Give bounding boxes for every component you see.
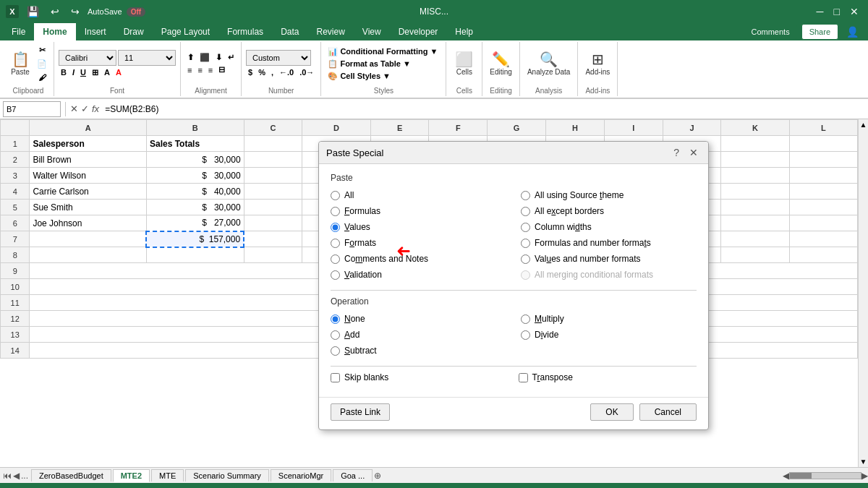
operation-radio-none[interactable] <box>331 314 340 324</box>
transpose-checkbox[interactable]: Transpose <box>519 372 573 382</box>
operation-radio-multiply[interactable] <box>521 314 530 324</box>
paste-radio-comments-notes[interactable] <box>331 254 340 264</box>
dialog-overlay: Paste Special ? ✕ Paste All All using S <box>0 0 868 488</box>
operation-radio-divide[interactable] <box>521 330 530 340</box>
divider2 <box>331 366 697 367</box>
paste-option-values-number-formats[interactable]: Values and number formats <box>521 252 697 265</box>
divider <box>331 290 697 291</box>
operation-radio-subtract[interactable] <box>331 346 340 356</box>
dialog-close-btn[interactable]: ✕ <box>686 146 701 159</box>
operation-options-grid: None Multiply Add Divide Subtract <box>331 312 697 357</box>
cancel-button[interactable]: Cancel <box>639 403 697 421</box>
operation-radio-add[interactable] <box>331 330 340 340</box>
operation-option-multiply[interactable]: Multiply <box>521 312 697 325</box>
skip-blanks-label: Skip blanks <box>344 372 388 382</box>
transpose-input[interactable] <box>519 373 528 382</box>
transpose-label: Transpose <box>532 372 573 382</box>
dialog-body: Paste All All using Source theme Formula… <box>319 164 708 397</box>
operation-option-add[interactable]: Add <box>331 328 506 341</box>
paste-radio-all-merging <box>521 270 530 280</box>
paste-radio-formulas[interactable] <box>331 207 340 216</box>
paste-option-all-source-theme[interactable]: All using Source theme <box>521 189 697 202</box>
operation-option-subtract[interactable]: Subtract <box>331 344 506 357</box>
paste-radio-formulas-number-formats[interactable] <box>521 239 530 248</box>
paste-option-column-widths[interactable]: Column widths <box>521 221 697 234</box>
dialog-help-btn[interactable]: ? <box>671 146 682 159</box>
paste-option-all-merging[interactable]: All merging conditional formats <box>521 268 697 281</box>
dialog-title-bar: Paste Special ? ✕ <box>319 142 708 164</box>
paste-option-formulas-number-formats[interactable]: Formulas and number formats <box>521 236 697 249</box>
operation-option-none[interactable]: None <box>331 312 506 325</box>
paste-radio-validation[interactable] <box>331 270 340 280</box>
operation-section-label: Operation <box>331 296 697 307</box>
paste-option-formulas[interactable]: Formulas <box>331 205 506 218</box>
paste-option-all-except-borders[interactable]: All except borders <box>521 205 697 218</box>
skip-blanks-checkbox[interactable]: Skip blanks <box>331 372 388 382</box>
paste-radio-all[interactable] <box>331 191 340 200</box>
paste-radio-values-number-formats[interactable] <box>521 254 530 264</box>
paste-options-grid: All All using Source theme Formulas All … <box>331 189 697 281</box>
paste-option-comments-notes[interactable]: Comments and Notes <box>331 252 506 265</box>
paste-option-all[interactable]: All <box>331 189 506 202</box>
dialog-title: Paste Special <box>326 147 384 158</box>
checkboxes-row: Skip blanks Transpose <box>331 372 697 382</box>
ok-button[interactable]: OK <box>590 403 633 421</box>
dialog-footer: Paste Link OK Cancel <box>319 397 708 429</box>
paste-radio-values[interactable] <box>331 223 340 232</box>
paste-radio-all-except-borders[interactable] <box>521 207 530 216</box>
paste-radio-formats[interactable] <box>331 239 340 248</box>
skip-blanks-input[interactable] <box>331 373 340 382</box>
paste-link-button[interactable]: Paste Link <box>331 403 390 421</box>
operation-option-divide[interactable]: Divide <box>521 328 697 341</box>
paste-section-label: Paste <box>331 173 697 183</box>
paste-option-validation[interactable]: Validation <box>331 268 506 281</box>
paste-special-dialog: Paste Special ? ✕ Paste All All using S <box>318 141 709 430</box>
paste-radio-column-widths[interactable] <box>521 223 530 232</box>
paste-option-values[interactable]: Values <box>331 221 506 234</box>
dialog-title-icons: ? ✕ <box>671 146 701 159</box>
paste-option-formats[interactable]: Formats <box>331 236 506 249</box>
paste-radio-all-source-theme[interactable] <box>521 191 530 200</box>
